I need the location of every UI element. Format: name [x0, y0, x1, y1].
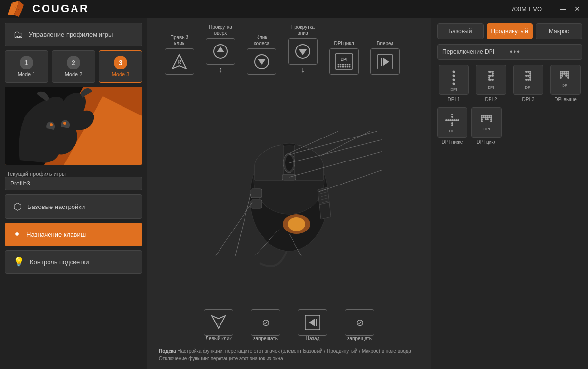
close-button[interactable]: ✕ [574, 5, 580, 13]
mode3-button[interactable]: 3 Mode 3 [99, 50, 142, 83]
mode3-num: 3 [114, 56, 127, 69]
svg-point-102 [565, 73, 567, 75]
dpi2-item[interactable]: DPI DPI 2 [474, 65, 508, 102]
svg-point-140 [490, 120, 492, 122]
dpi-up-item[interactable]: DPI DPI выше [549, 65, 582, 102]
svg-point-26 [338, 66, 339, 68]
svg-point-129 [481, 116, 483, 118]
logo-text: COUGAR [32, 2, 89, 15]
svg-point-94 [560, 71, 562, 73]
mode2-button[interactable]: 2 Mode 2 [52, 50, 95, 83]
profile-manage-button[interactable]: 🗂 Управление профилем игры [5, 23, 142, 46]
svg-point-104 [560, 75, 562, 77]
scroll-down-box[interactable] [288, 38, 318, 65]
dpi1-box[interactable]: DPI [439, 65, 469, 95]
forward-column: Вперед [366, 41, 405, 75]
svg-point-131 [485, 116, 487, 118]
scroll-up-box[interactable] [206, 38, 235, 65]
right-click-icon: R [171, 53, 188, 70]
svg-marker-12 [217, 46, 224, 52]
scroll-click-column: Кликколеса [242, 35, 281, 75]
hint-line2: Отключение функции: перетащите этот знач… [159, 356, 283, 361]
dpi2-box[interactable]: DPI [476, 65, 506, 95]
center-panel: Правыйклик R Прокруткавверх ↕ [147, 18, 431, 369]
svg-point-30 [345, 66, 347, 68]
forward-box[interactable] [370, 48, 400, 75]
scroll-click-icon [253, 53, 270, 70]
svg-line-55 [318, 131, 382, 192]
svg-point-83 [527, 71, 529, 73]
scroll-click-box[interactable] [247, 48, 276, 75]
dpi-up-box[interactable]: DPI [550, 65, 581, 95]
svg-point-116 [451, 119, 453, 121]
forbid2-box[interactable]: ⊘ [345, 309, 374, 336]
key-assign-button[interactable]: ✦ Назначение клавиш [5, 223, 142, 246]
tab-basic[interactable]: Базовый [437, 23, 484, 39]
mode1-button[interactable]: 1 Mode 1 [5, 50, 48, 83]
back-box[interactable] [298, 309, 327, 336]
minimize-button[interactable]: — [560, 5, 566, 13]
right-click-box[interactable]: R [165, 48, 194, 75]
svg-marker-34 [383, 58, 389, 66]
svg-point-96 [564, 71, 565, 73]
svg-point-25 [349, 64, 351, 66]
cougar-logo-icon [8, 1, 27, 17]
dpi-cycle-item[interactable]: DPI DPI цикл [471, 107, 502, 145]
dpi-down-box[interactable]: DPI [437, 107, 467, 138]
svg-point-118 [455, 119, 457, 121]
dpi-down-item[interactable]: DPI DPI ниже [437, 107, 467, 145]
profile-name-input[interactable] [5, 177, 142, 190]
mode1-num: 1 [20, 56, 33, 69]
bottom-buttons-row: L Левый клик ⊘ запрещать [155, 307, 423, 346]
svg-point-120 [451, 122, 453, 124]
basic-settings-button[interactable]: ⬡ Базовые настройки [5, 194, 142, 219]
dpi-cycle-column: DPI цикл DPI [324, 41, 364, 75]
dpi-cycle-box[interactable]: DPI [329, 48, 359, 75]
mode2-num: 2 [67, 56, 80, 69]
top-buttons-row: Правыйклик R Прокруткавверх ↕ [155, 23, 423, 77]
key-assign-label: Назначение клавиш [26, 231, 86, 238]
svg-point-133 [489, 116, 490, 118]
svg-point-8 [63, 122, 66, 125]
svg-point-32 [349, 66, 351, 68]
svg-point-80 [492, 79, 494, 81]
svg-point-134 [490, 116, 492, 118]
scroll-up-arrow: ↕ [219, 65, 223, 75]
svg-marker-63 [309, 319, 315, 326]
lighting-label: Контроль подсветки [30, 258, 89, 266]
left-click-label: Левый клик [205, 336, 231, 342]
svg-point-119 [457, 119, 459, 121]
svg-text:DPI: DPI [483, 127, 490, 131]
svg-point-127 [489, 115, 490, 116]
forbid1-box[interactable]: ⊘ [251, 309, 280, 336]
svg-point-73 [492, 73, 494, 75]
svg-line-51 [289, 131, 338, 153]
svg-point-107 [567, 75, 569, 77]
svg-point-126 [487, 115, 489, 116]
dpi2-icon: DPI [478, 67, 504, 92]
svg-point-75 [490, 75, 492, 77]
left-click-box[interactable]: L [204, 309, 233, 336]
tab-macro[interactable]: Макрос [536, 23, 582, 39]
dpi-selector[interactable]: Переключение DPI ••• [437, 44, 582, 60]
dpi-cycle-box2[interactable]: DPI [471, 107, 502, 138]
svg-text:R: R [177, 59, 181, 65]
svg-rect-41 [251, 189, 262, 198]
mode-row: 1 Mode 1 2 Mode 2 3 Mode 3 [5, 50, 142, 83]
dpi-options-btn[interactable]: ••• [510, 47, 577, 56]
svg-point-123 [481, 115, 483, 116]
dpi3-box[interactable]: DPI [513, 65, 543, 95]
dpi-up-label: DPI выше [554, 97, 577, 102]
lighting-button[interactable]: 💡 Контроль подсветки [5, 250, 142, 274]
logo-area: COUGAR [8, 1, 89, 17]
dpi-cycle-big-icon: DPI [474, 110, 499, 135]
dpi3-item[interactable]: DPI DPI 3 [512, 65, 545, 102]
tab-advanced[interactable]: Продвинутый [487, 23, 533, 39]
dpi-down-label: DPI ниже [442, 139, 463, 145]
right-click-label: Правыйклик [171, 35, 188, 46]
svg-text:DPI: DPI [340, 57, 347, 62]
svg-point-138 [490, 118, 492, 120]
dpi1-item[interactable]: DPI DPI 1 [437, 65, 470, 102]
hex-icon: ⬡ [13, 201, 22, 212]
forward-icon [376, 53, 394, 70]
